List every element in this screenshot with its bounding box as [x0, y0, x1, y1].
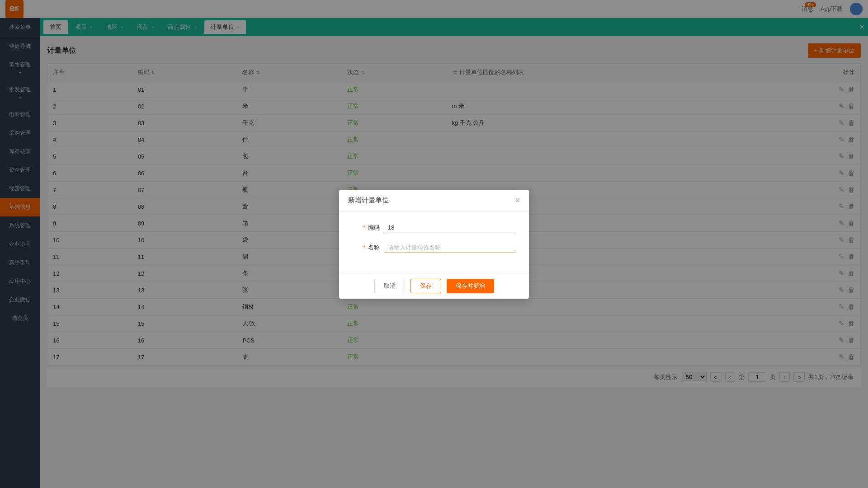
code-label: * 编码 — [353, 224, 380, 232]
modal-close-button[interactable]: × — [515, 196, 520, 204]
save-button[interactable]: 保存 — [410, 279, 441, 293]
modal-title: 新增计量单位 — [348, 196, 389, 205]
name-input[interactable] — [384, 242, 515, 253]
name-form-row: * 名称 — [353, 242, 515, 253]
save-and-new-button[interactable]: 保存并新增 — [447, 279, 494, 293]
required-mark: * — [363, 224, 365, 231]
add-unit-modal: 新增计量单位 × * 编码 * 名称 取消 保存 保存并新增 — [339, 190, 529, 299]
modal-footer: 取消 保存 保存并新增 — [339, 273, 529, 299]
name-label: * 名称 — [353, 244, 380, 252]
code-input[interactable] — [384, 222, 515, 233]
required-mark: * — [363, 244, 365, 251]
modal-body: * 编码 * 名称 — [339, 211, 529, 273]
code-form-row: * 编码 — [353, 222, 515, 233]
modal-header: 新增计量单位 × — [339, 190, 529, 211]
cancel-button[interactable]: 取消 — [374, 279, 405, 293]
modal-overlay: 新增计量单位 × * 编码 * 名称 取消 保存 保存并新增 — [0, 0, 868, 488]
